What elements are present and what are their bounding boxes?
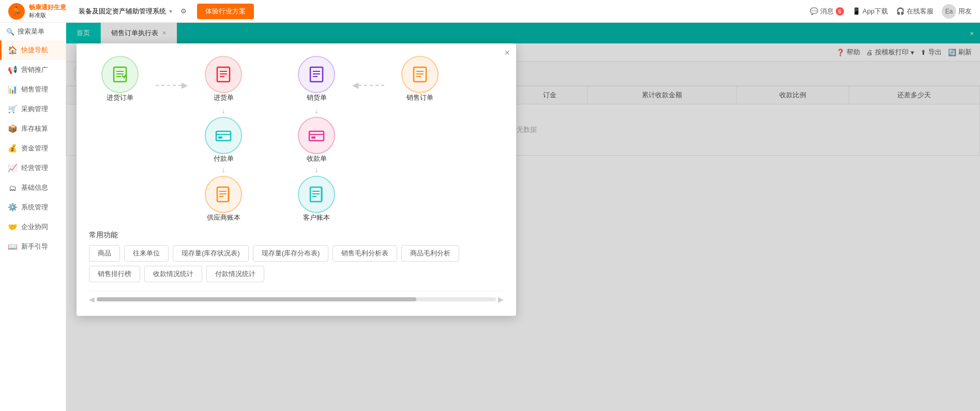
func-btn-receipt-stat[interactable]: 收款情况统计 <box>144 266 202 282</box>
sidebar-item-finance[interactable]: 💰 资金管理 <box>0 139 66 158</box>
sidebar-item-label: 系统管理 <box>21 203 48 212</box>
flow-chart: 进货订单 ▶ 进 <box>89 56 504 222</box>
payment-bill-icon <box>205 117 242 154</box>
scroll-right-button[interactable]: ▶ <box>498 295 504 303</box>
box-icon: 📦 <box>8 124 17 133</box>
flow-node-customer-ledger[interactable]: 客户账本 <box>298 176 335 222</box>
gear-icon: ⚙️ <box>8 203 17 212</box>
logo-text: 畅康通好生意 标准版 <box>29 4 66 19</box>
sidebar-item-guide[interactable]: 📖 新手引导 <box>0 237 66 256</box>
func-btns-row1: 商品 往来单位 现存量(库存状况表) 现存量(库存分布表) 销售毛利分析表 商品… <box>89 245 504 262</box>
flow-node-receipt-bill[interactable]: 收款单 <box>298 117 335 163</box>
trend-icon: 📈 <box>8 163 17 173</box>
modal-box: × 进货订单 <box>77 43 516 316</box>
online-service-button[interactable]: 🎧 在线客服 <box>896 7 933 16</box>
sidebar-search-label: 搜索菜单 <box>18 27 44 36</box>
purchase-bill-icon <box>205 56 242 93</box>
sidebar-item-quick-nav[interactable]: 🏠 快捷导航 <box>0 40 66 60</box>
sidebar-item-system[interactable]: ⚙️ 系统管理 <box>0 197 66 217</box>
customer-ledger-label: 客户账本 <box>303 213 330 222</box>
purchase-order-label: 进货订单 <box>107 93 133 102</box>
svg-rect-20 <box>228 187 230 202</box>
avatar: Ea <box>942 4 956 19</box>
purchase-order-icon <box>101 56 139 93</box>
sidebar-item-inventory[interactable]: 📦 库存核算 <box>0 119 66 139</box>
chart-icon: 📊 <box>8 85 17 94</box>
sidebar-item-label: 经营管理 <box>21 163 48 173</box>
top-right-actions: 💬 消息 6 📱 App下载 🎧 在线客服 Ea 用友 <box>810 4 972 19</box>
supplier-ledger-icon <box>205 176 242 213</box>
func-btn-product[interactable]: 商品 <box>89 245 120 262</box>
system-title[interactable]: 装备及固定资产辅助管理系统 ▾ <box>79 7 172 16</box>
flow-node-payment-bill[interactable]: 付款单 <box>205 117 242 163</box>
purchase-bill-label: 进货单 <box>214 93 234 102</box>
sidebar-search[interactable]: 🔍 搜索菜单 <box>0 23 66 40</box>
flow-node-purchase-bill[interactable]: 进货单 <box>192 56 254 102</box>
user-menu[interactable]: Ea 用友 <box>942 4 972 19</box>
cart-icon: 🛒 <box>8 104 17 114</box>
home-icon: 🏠 <box>8 45 17 55</box>
flow-node-sales-order[interactable]: 销售订单 <box>389 56 451 102</box>
common-func-title: 常用功能 <box>89 231 504 240</box>
modal-overlay[interactable]: × 进货订单 <box>66 23 980 411</box>
system-title-text: 装备及固定资产辅助管理系统 <box>79 7 166 16</box>
sidebar-item-label: 资金管理 <box>21 144 48 153</box>
sidebar-item-sales[interactable]: 📊 销售管理 <box>0 80 66 99</box>
supplier-ledger-label: 供应商账本 <box>207 213 240 222</box>
sidebar-item-label: 采购管理 <box>21 104 48 114</box>
svg-rect-28 <box>321 187 323 202</box>
modal-close-button[interactable]: × <box>504 48 510 58</box>
customer-ledger-icon <box>298 176 335 213</box>
dropdown-arrow-icon: ▾ <box>169 8 172 15</box>
sidebar: 🔍 搜索菜单 🏠 快捷导航 📢 营销推广 📊 销售管理 🛒 采购管理 📦 <box>0 23 66 411</box>
sidebar-item-operations[interactable]: 📈 经营管理 <box>0 158 66 178</box>
sales-bill-label: 销货单 <box>307 93 327 102</box>
func-btn-sales-gross[interactable]: 销售毛利分析表 <box>333 245 397 262</box>
message-button[interactable]: 💬 消息 6 <box>810 7 844 16</box>
sidebar-item-purchase[interactable]: 🛒 采购管理 <box>0 99 66 119</box>
money-icon: 💰 <box>8 144 17 153</box>
payment-bill-label: 付款单 <box>214 154 234 163</box>
sales-bill-icon <box>298 56 335 93</box>
content-area: 首页 销售订单执行表 × × ❓ 帮助 🖨 <box>66 23 980 411</box>
func-btn-sales-rank[interactable]: 销售排行榜 <box>89 266 140 282</box>
settings-icon[interactable]: ⚙ <box>176 4 191 19</box>
svg-rect-24 <box>309 131 324 141</box>
handshake-icon: 🤝 <box>8 222 17 232</box>
flow-node-sales-bill[interactable]: 销货单 <box>285 56 348 102</box>
folder-icon: 🗂 <box>8 183 17 192</box>
flow-node-supplier-ledger[interactable]: 供应商账本 <box>205 176 242 222</box>
trial-button[interactable]: 体验行业方案 <box>197 4 254 19</box>
func-btn-product-gross[interactable]: 商品毛利分析 <box>401 245 459 262</box>
sales-order-label: 销售订单 <box>406 93 433 102</box>
sales-order-icon <box>401 56 439 93</box>
sidebar-item-marketing[interactable]: 📢 营销推广 <box>0 60 66 80</box>
search-icon: 🔍 <box>6 28 14 36</box>
func-btn-payment-stat[interactable]: 付款情况统计 <box>206 266 264 282</box>
headset-icon: 🎧 <box>896 7 904 15</box>
sidebar-item-label: 销售管理 <box>21 85 48 94</box>
phone-icon: 📱 <box>852 7 861 15</box>
svg-rect-16 <box>216 131 231 141</box>
func-btn-stock-status[interactable]: 现存量(库存状况表) <box>173 245 249 262</box>
sidebar-item-label: 库存核算 <box>21 124 48 133</box>
flow-node-purchase-order[interactable]: 进货订单 <box>89 56 151 102</box>
func-btns-row2: 销售排行榜 收款情况统计 付款情况统计 <box>89 266 504 282</box>
svg-rect-18 <box>218 136 222 139</box>
sidebar-item-basic-info[interactable]: 🗂 基础信息 <box>0 178 66 197</box>
sidebar-item-label: 快捷导航 <box>21 45 48 55</box>
scrollbar-thumb[interactable] <box>97 297 416 301</box>
sidebar-item-collab[interactable]: 🤝 企业协同 <box>0 217 66 237</box>
func-btn-stock-dist[interactable]: 现存量(库存分布表) <box>253 245 329 262</box>
scroll-left-button[interactable]: ◀ <box>89 295 95 303</box>
svg-rect-26 <box>311 136 315 139</box>
scrollbar-track <box>97 297 496 301</box>
app-download-button[interactable]: 📱 App下载 <box>852 7 888 16</box>
common-functions-section: 常用功能 商品 往来单位 现存量(库存状况表) 现存量(库存分布表) 销售毛利分… <box>89 231 504 282</box>
sidebar-item-label: 企业协同 <box>21 222 48 232</box>
logo-area: 🏃 畅康通好生意 标准版 <box>8 3 74 20</box>
sidebar-item-label: 基础信息 <box>21 183 48 192</box>
func-btn-contacts[interactable]: 往来单位 <box>124 245 169 262</box>
message-icon: 💬 <box>810 7 818 15</box>
megaphone-icon: 📢 <box>8 65 17 74</box>
